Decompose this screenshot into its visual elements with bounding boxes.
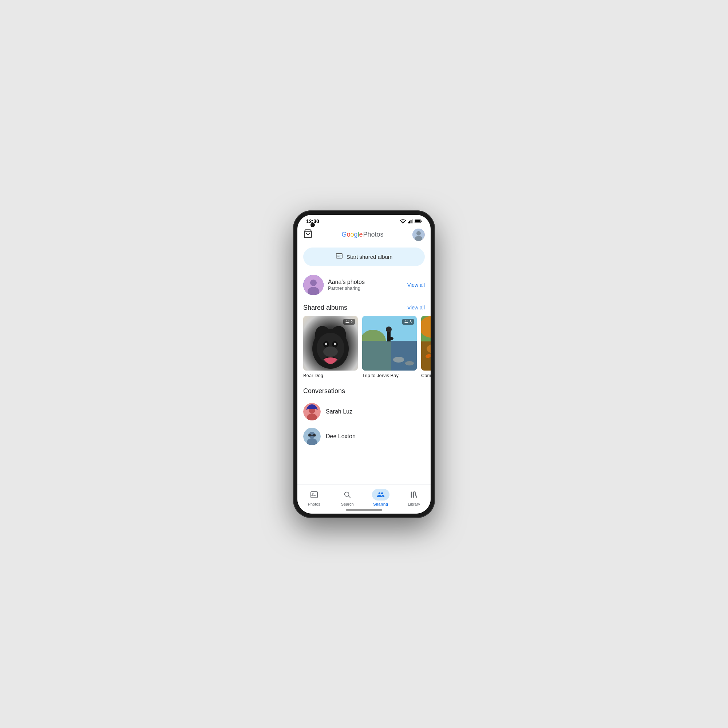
app-logo: Google Photos xyxy=(341,231,383,239)
bag-button[interactable] xyxy=(303,229,313,241)
shared-albums-header: Shared albums View all xyxy=(297,301,431,316)
conversation-item-dee[interactable]: Dee Loxton xyxy=(297,424,431,449)
svg-rect-3 xyxy=(411,219,412,223)
sharing-nav-icon xyxy=(377,491,385,499)
search-nav-icon-wrap xyxy=(338,489,356,500)
phone-screen: 12:30 xyxy=(297,215,431,514)
home-indicator xyxy=(346,509,382,511)
status-icons xyxy=(400,219,422,223)
svg-rect-53 xyxy=(313,434,316,436)
albums-view-all-button[interactable]: View all xyxy=(407,305,425,310)
conversations-section: Conversations Sarah Luz xyxy=(297,384,431,452)
partner-info: Aana's photos Partner sharing xyxy=(328,279,403,291)
svg-point-56 xyxy=(312,493,314,494)
photos-nav-label: Photos xyxy=(308,502,320,506)
svg-rect-60 xyxy=(413,491,414,498)
conversations-header: Conversations xyxy=(297,384,431,399)
album-item-bear-dog[interactable]: 2 Bear Dog xyxy=(303,316,358,379)
avatar-image xyxy=(412,229,425,241)
search-nav-label: Search xyxy=(341,502,354,506)
dee-name: Dee Loxton xyxy=(326,433,356,440)
user-avatar[interactable] xyxy=(412,229,425,241)
partner-subtitle: Partner sharing xyxy=(328,285,403,291)
svg-rect-4 xyxy=(412,219,413,223)
svg-point-25 xyxy=(323,347,338,357)
dee-avatar xyxy=(303,428,321,445)
svg-rect-52 xyxy=(308,434,311,436)
camping-photo xyxy=(421,316,431,370)
svg-rect-59 xyxy=(411,491,412,498)
svg-rect-29 xyxy=(362,341,391,370)
svg-point-0 xyxy=(402,223,403,223)
library-nav-icon-wrap xyxy=(405,489,423,500)
shared-albums-title: Shared albums xyxy=(303,304,347,312)
sharing-nav-icon-wrap xyxy=(372,489,390,500)
svg-rect-1 xyxy=(408,222,409,223)
library-nav-icon xyxy=(410,491,418,499)
album-thumb-wicklow xyxy=(421,316,431,370)
start-shared-album-label: Start shared album xyxy=(347,254,393,260)
badge-count-bear-dog: 2 xyxy=(350,320,353,324)
svg-point-23 xyxy=(325,343,327,345)
svg-point-24 xyxy=(334,343,336,345)
badge-count-jervis-bay: 3 xyxy=(410,320,412,324)
nav-item-sharing[interactable]: Sharing xyxy=(364,487,398,508)
camera-dot xyxy=(310,223,315,227)
signal-icon xyxy=(408,219,413,223)
svg-rect-6 xyxy=(421,220,422,222)
partner-name: Aana's photos xyxy=(328,279,403,285)
photos-nav-icon xyxy=(310,491,318,499)
partner-view-all-button[interactable]: View all xyxy=(407,282,425,288)
svg-point-35 xyxy=(405,361,414,366)
sharing-nav-label: Sharing xyxy=(373,502,388,506)
svg-rect-55 xyxy=(311,491,317,498)
partner-avatar[interactable] xyxy=(303,275,324,295)
app-header: Google Photos xyxy=(297,226,431,244)
logo-google-text: Google xyxy=(341,231,362,239)
conversations-title: Conversations xyxy=(303,387,345,395)
shared-album-icon xyxy=(336,252,343,261)
svg-line-58 xyxy=(348,496,350,498)
sarah-avatar xyxy=(303,403,321,421)
album-item-wicklow[interactable]: Camping in Wicklow xyxy=(421,316,431,379)
search-nav-icon xyxy=(343,491,351,499)
wifi-icon xyxy=(400,219,406,223)
partner-avatar-image xyxy=(303,275,324,295)
svg-rect-31 xyxy=(387,331,391,341)
svg-rect-2 xyxy=(409,220,410,223)
nav-item-photos[interactable]: Photos xyxy=(297,487,331,508)
battery-icon xyxy=(414,219,422,223)
nav-item-library[interactable]: Library xyxy=(398,487,431,508)
album-thumb-jervis-bay: 3 xyxy=(362,316,417,370)
start-shared-album-button[interactable]: Start shared album xyxy=(303,248,425,266)
partner-sharing-section: Aana's photos Partner sharing View all xyxy=(297,272,431,301)
album-label-wicklow: Camping in Wicklow xyxy=(421,373,431,379)
svg-point-34 xyxy=(393,357,404,362)
logo-photos-text: Photos xyxy=(363,231,384,239)
status-bar: 12:30 xyxy=(297,215,431,226)
svg-point-10 xyxy=(416,231,421,236)
photos-nav-icon-wrap xyxy=(305,489,323,500)
album-badge-bear-dog: 2 xyxy=(343,319,355,325)
albums-scroll[interactable]: 2 Bear Dog xyxy=(297,316,431,385)
album-badge-jervis-bay: 3 xyxy=(402,319,414,325)
svg-rect-12 xyxy=(336,253,342,258)
sarah-name: Sarah Luz xyxy=(326,408,352,415)
album-label-bear-dog: Bear Dog xyxy=(303,373,358,379)
svg-point-15 xyxy=(310,280,317,286)
album-thumb-bear-dog: 2 xyxy=(303,316,358,370)
svg-rect-7 xyxy=(415,220,421,222)
library-nav-label: Library xyxy=(408,502,420,506)
conversation-item-sarah[interactable]: Sarah Luz xyxy=(297,399,431,424)
svg-rect-30 xyxy=(391,341,417,370)
nav-item-search[interactable]: Search xyxy=(331,487,364,508)
svg-point-33 xyxy=(389,337,393,340)
scroll-content[interactable]: Start shared album Aana's photos Partn xyxy=(297,244,431,484)
svg-point-13 xyxy=(337,256,338,257)
album-label-jervis-bay: Trip to Jervis Bay xyxy=(362,373,417,379)
svg-point-32 xyxy=(386,327,392,332)
phone-shell: 12:30 xyxy=(293,210,435,518)
album-item-jervis-bay[interactable]: 3 Trip to Jervis Bay xyxy=(362,316,417,379)
